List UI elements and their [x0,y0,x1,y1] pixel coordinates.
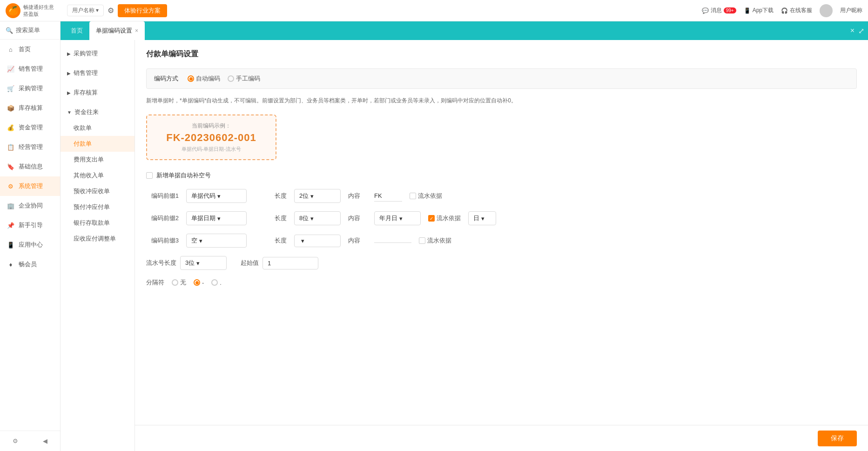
separator-row: 分隔符 无 - . [146,278,857,287]
start-value-item: 起始值 [241,257,318,269]
prefix2-select[interactable]: 单据日期 ▾ [186,211,247,225]
prefix3-length-select[interactable]: ▾ [294,235,341,247]
sidebar-item-label: 畅会员 [19,260,37,269]
sep-dash-label: - [202,279,204,286]
prefix1-stream-cb [410,193,416,199]
prefix3-stream-checkbox[interactable]: 流水依据 [419,236,451,245]
sidebar-search[interactable]: 🔍 搜索菜单 [0,21,60,40]
prefix2-stream-unit-select[interactable]: 日 ▾ [468,211,496,225]
submenu-group-sales-title[interactable]: ▶ 销售管理 [61,65,135,81]
sep-none-option[interactable]: 无 [172,278,186,287]
sidebar-item-label: 系统管理 [19,182,43,190]
prefix1-row: 编码前缀1 单据代码 ▾ 长度 2位 ▾ 内容 FK 流水依据 [146,189,857,203]
serial-length-select[interactable]: 3位 ▾ [180,256,227,270]
prefix3-stream-cb [419,237,425,244]
submenu-item-payment[interactable]: 付款单 [61,136,135,152]
prefix1-stream-checkbox[interactable]: 流水依据 [410,192,442,200]
sidebar-item-home[interactable]: ⌂ 首页 [0,40,60,59]
auto-fill-checkbox[interactable] [146,172,153,179]
submenu-item-prepay-pay[interactable]: 预付冲应付单 [61,199,135,215]
tab-home[interactable]: 首页 [64,21,89,40]
separator-label: 分隔符 [146,278,164,287]
sidebar-item-system[interactable]: ⚙ 系统管理 [0,176,60,196]
logo: 🍊 畅捷通好生意 搭盈版 [6,3,61,18]
sidebar-collapse-btn[interactable]: ◀ [39,436,51,446]
submenu-group-stock-title[interactable]: ▶ 库存核算 [61,85,135,101]
serial-length-value: 3位 [185,259,195,267]
search-icon: 🔍 [6,27,13,34]
tab-close-btn[interactable]: × [135,27,138,34]
prefix1-select-value: 单据代码 [191,192,215,200]
prefix3-select-value: 空 [191,236,197,245]
start-value-input[interactable] [262,257,318,269]
submenu-item-adjustments[interactable]: 应收应付调整单 [61,231,135,247]
message-btn[interactable]: 💬 消息 99+ [702,7,736,14]
sidebar-item-purchase[interactable]: 🛒 采购管理 [0,79,60,98]
prefix2-length-select[interactable]: 8位 ▾ [294,211,341,225]
prefix2-content-label: 内容 [348,214,367,222]
sidebar-item-warehouse[interactable]: 📦 库存核算 [0,98,60,118]
submenu-item-prepay-recv[interactable]: 预收冲应收单 [61,183,135,199]
sidebar-item-basic[interactable]: 🔖 基础信息 [0,157,60,176]
prefix1-content-label: 内容 [348,192,367,200]
prefix1-stream-label: 流水依据 [418,192,442,200]
chevron-right-icon: ▶ [67,51,71,56]
online-service-btn[interactable]: 🎧 在线客服 [781,7,812,14]
prefix1-content-value: FK [374,190,402,202]
sidebar-item-app[interactable]: 📱 应用中心 [0,235,60,255]
tab-close-all-btn[interactable]: × [850,27,855,35]
sales-icon: 📈 [7,65,15,73]
prefix2-content-select[interactable]: 年月日 ▾ [374,211,421,225]
submenu-item-bank[interactable]: 银行存取款单 [61,215,135,231]
prefix3-select[interactable]: 空 ▾ [186,234,247,248]
save-button[interactable]: 保存 [818,431,857,446]
trial-btn[interactable]: 体验行业方案 [118,4,167,17]
topbar-user-btn[interactable]: 用户名称 ▾ [67,5,104,16]
submenu-group-stock-label: 库存核算 [74,88,98,97]
prefix1-length-select[interactable]: 2位 ▾ [294,189,341,203]
auto-fill-label: 新增单据自动补空号 [156,171,211,180]
submenu-item-other-income[interactable]: 其他收入单 [61,168,135,183]
prefix2-stream-checkbox[interactable]: ✓ 流水依据 [428,214,461,222]
tab-encoding-label: 单据编码设置 [96,27,132,35]
user-avatar[interactable] [820,4,833,17]
message-icon: 💬 [702,7,709,14]
tab-maximize-btn[interactable]: ⤢ [858,27,864,35]
warehouse-icon: 📦 [7,104,15,112]
sidebar-settings-btn[interactable]: ⚙ [9,436,22,446]
prefix2-stream-label: 流水依据 [437,214,461,222]
logo-icon: 🍊 [6,3,20,18]
chevron-down-icon: ▼ [67,110,72,115]
submenu-group-purchase-title[interactable]: ▶ 采购管理 [61,46,135,61]
sidebar-item-sales[interactable]: 📈 销售管理 [0,59,60,79]
sidebar-search-label: 搜索菜单 [16,26,40,34]
submenu-group-funds-title[interactable]: ▼ 资金往来 [61,104,135,120]
topbar-middle: 用户名称 ▾ ⚙ 体验行业方案 [67,4,167,17]
auto-code-radio[interactable]: 自动编码 [188,74,220,83]
sep-dot-option[interactable]: . [211,279,222,286]
sidebar: 🔍 搜索菜单 ⌂ 首页 📈 销售管理 🛒 采购管理 📦 库存核算 💰 资金管理 … [0,21,61,451]
preview-label: 当前编码示例： [158,122,264,130]
manual-code-radio[interactable]: 手工编码 [228,74,260,83]
sidebar-item-member[interactable]: ♦ 畅会员 [0,255,60,274]
prefix1-select[interactable]: 单据代码 ▾ [186,189,247,203]
app-download-icon: 📱 [744,7,751,14]
sidebar-item-label: 采购管理 [19,84,43,93]
submenu-item-receipt[interactable]: 收款单 [61,120,135,136]
tab-encoding[interactable]: 单据编码设置 × [89,21,145,40]
submenu-item-expense[interactable]: 费用支出单 [61,152,135,168]
topbar-right: 💬 消息 99+ 📱 App下载 🎧 在线客服 用户昵称 [702,4,862,17]
tabbar: 首页 单据编码设置 × × ⤢ [61,21,868,40]
prefix3-chevron-icon: ▾ [199,237,202,244]
sidebar-item-management[interactable]: 📋 经营管理 [0,137,60,157]
prefix2-content-value: 年月日 [379,214,397,222]
sep-dash-option[interactable]: - [194,279,204,286]
sidebar-item-guide[interactable]: 📌 新手引导 [0,215,60,235]
settings-icon[interactable]: ⚙ [108,6,114,15]
separator-options: 无 - . [172,278,222,287]
page-wrapper: 付款单编码设置 编码方式 自动编码 手工编码 [135,40,868,451]
sidebar-item-finance[interactable]: 💰 资金管理 [0,118,60,137]
sidebar-item-corp[interactable]: 🏢 企业协同 [0,196,60,215]
app-download-btn[interactable]: 📱 App下载 [744,7,774,14]
prefix1-length-value: 2位 [299,192,309,200]
